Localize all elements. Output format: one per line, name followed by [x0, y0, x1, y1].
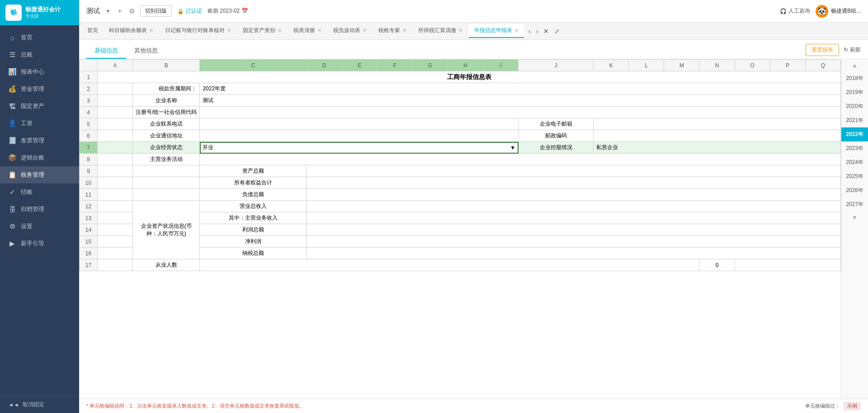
cell[interactable]: [98, 118, 133, 130]
sidebar-item-fixed-assets[interactable]: 🏗 固定资产: [0, 98, 79, 115]
cell[interactable]: [307, 224, 840, 236]
cell[interactable]: [98, 165, 133, 177]
year-scroll-up-btn[interactable]: ▲: [852, 59, 858, 71]
tab-next-btn[interactable]: ›: [534, 27, 540, 36]
cell[interactable]: [98, 224, 133, 236]
tab-balance-sheet[interactable]: 科目辅助余额表 ✕: [104, 24, 159, 38]
sidebar-item-settings[interactable]: ⚙ 设置: [0, 218, 79, 235]
cell[interactable]: [98, 83, 133, 95]
cell[interactable]: [133, 189, 200, 201]
year-2027[interactable]: 2027年: [841, 197, 868, 211]
year-scroll-down-btn[interactable]: ▼: [852, 211, 858, 224]
year-2026[interactable]: 2026年: [841, 183, 868, 197]
year-2025[interactable]: 2025年: [841, 169, 868, 183]
subtab-basic-info[interactable]: 基础信息: [86, 43, 126, 59]
subtab-other-info[interactable]: 其他信息: [126, 43, 166, 59]
tab-close-btn[interactable]: ✕: [227, 28, 231, 33]
support-btn[interactable]: 🎧 人工咨询: [780, 7, 810, 15]
tab-close-btn[interactable]: ✕: [363, 28, 367, 33]
cell[interactable]: [307, 201, 840, 212]
cell[interactable]: [200, 259, 699, 271]
cell[interactable]: [98, 248, 133, 259]
topbar-add-btn[interactable]: ＋: [116, 6, 123, 16]
tab-close-btn[interactable]: ✕: [402, 28, 406, 33]
cell[interactable]: 0: [699, 259, 735, 271]
topbar-dropdown-arrow[interactable]: ▼: [105, 8, 111, 14]
tab-close-btn[interactable]: ✕: [514, 28, 519, 33]
tab-home[interactable]: 首页: [83, 24, 103, 38]
tab-expand-btn[interactable]: ⤢: [552, 27, 561, 36]
cell[interactable]: [98, 95, 133, 107]
tab-fixed-asset-type[interactable]: 固定资产类别 ✕: [237, 24, 287, 38]
cell[interactable]: [307, 236, 840, 248]
cell[interactable]: [98, 177, 133, 189]
sidebar-item-invoice[interactable]: 🧾 发票管理: [0, 132, 79, 149]
tab-annual-report[interactable]: 年报信息申报表 ✕: [469, 24, 524, 38]
cell[interactable]: [98, 201, 133, 212]
cell[interactable]: [307, 177, 840, 189]
reset-report-btn[interactable]: 重置报表: [806, 44, 839, 56]
year-2022[interactable]: 2022年: [841, 127, 868, 141]
cell[interactable]: [200, 107, 841, 118]
topbar-gear-btn[interactable]: ⚙: [129, 7, 135, 15]
switch-version-btn[interactable]: 切到旧版: [140, 5, 172, 17]
cell[interactable]: [200, 154, 841, 165]
tab-income-tax[interactable]: 所得税汇算清缴 ✕: [413, 24, 468, 38]
tab-close-all-btn[interactable]: ✕: [542, 27, 551, 36]
dropdown-arrow-icon[interactable]: ▼: [510, 145, 515, 151]
year-2023[interactable]: 2023年: [841, 141, 868, 155]
cell[interactable]: [200, 130, 519, 142]
business-status-cell[interactable]: 开业 ▼: [200, 142, 519, 154]
sidebar-item-reports[interactable]: 📊 报表中心: [0, 63, 79, 80]
cell[interactable]: 2022年度: [200, 83, 841, 95]
tab-close-btn[interactable]: ✕: [149, 28, 153, 33]
sidebar-item-ledger[interactable]: ☰ 总账: [0, 46, 79, 63]
sidebar-item-home[interactable]: ⌂ 首页: [0, 29, 79, 46]
tab-tax-list[interactable]: 税表清册 ✕: [288, 24, 327, 38]
cell[interactable]: [98, 142, 133, 154]
sidebar-item-guide[interactable]: ▶ 新手引导: [0, 235, 79, 252]
refresh-btn[interactable]: ↻ 刷新: [844, 46, 861, 54]
year-2019[interactable]: 2019年: [841, 85, 868, 99]
year-2020[interactable]: 2020年: [841, 99, 868, 113]
sidebar-item-funds[interactable]: 💰 资金管理: [0, 80, 79, 98]
sheet-title[interactable]: 工商年报信息表: [98, 71, 841, 83]
cell[interactable]: [133, 177, 200, 189]
cell[interactable]: [200, 118, 519, 130]
cell[interactable]: [307, 189, 840, 201]
cell[interactable]: [98, 259, 133, 271]
sidebar-item-tax[interactable]: 📋 税务管理: [0, 166, 79, 183]
sidebar-item-archive[interactable]: 🗄 归档管理: [0, 201, 79, 218]
year-2021[interactable]: 2021年: [841, 113, 868, 127]
cell[interactable]: [98, 212, 133, 224]
year-2024[interactable]: 2024年: [841, 155, 868, 169]
tab-tax-inspector[interactable]: 税检专家 ✕: [373, 24, 412, 38]
tab-close-btn[interactable]: ✕: [317, 28, 321, 33]
cell[interactable]: [594, 118, 841, 130]
cell[interactable]: [594, 130, 841, 142]
user-menu-btn[interactable]: 🐼 畅捷通B组...: [816, 5, 861, 18]
cell[interactable]: [307, 212, 840, 224]
tab-bank-reconcile[interactable]: 日记账与银行对账单核对 ✕: [160, 24, 236, 38]
sidebar-item-settlement[interactable]: ✓ 结账: [0, 183, 79, 201]
cell[interactable]: [98, 130, 133, 142]
tab-tax-fluctuation[interactable]: 税负波动表 ✕: [328, 24, 372, 38]
cell[interactable]: [98, 107, 133, 118]
cell[interactable]: [307, 165, 840, 177]
sidebar-item-wages[interactable]: 👤 工资: [0, 115, 79, 132]
cell[interactable]: [307, 248, 840, 259]
tab-close-btn[interactable]: ✕: [458, 28, 462, 33]
cell[interactable]: [98, 189, 133, 201]
cell[interactable]: [98, 236, 133, 248]
calendar-icon[interactable]: 📅: [241, 8, 248, 14]
cell[interactable]: [735, 259, 840, 271]
cell[interactable]: [133, 165, 200, 177]
sidebar-item-inventory[interactable]: 📦 进销台账: [0, 149, 79, 166]
cell[interactable]: 测试: [200, 95, 841, 107]
tab-prev-btn[interactable]: ‹: [527, 27, 533, 36]
year-2018[interactable]: 2018年: [841, 71, 868, 85]
spreadsheet[interactable]: A B C D E F G H I J K L: [79, 59, 841, 399]
cell[interactable]: [98, 154, 133, 165]
sidebar-collapse-btn[interactable]: ◄◄ 取消固定: [0, 396, 79, 413]
tab-close-btn[interactable]: ✕: [278, 28, 282, 33]
